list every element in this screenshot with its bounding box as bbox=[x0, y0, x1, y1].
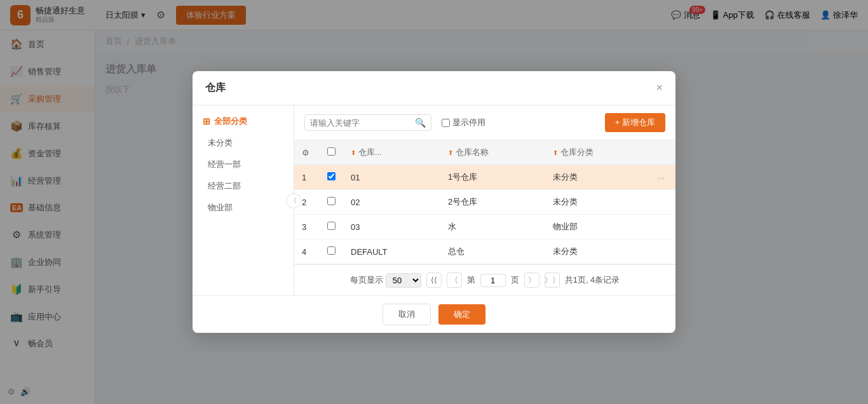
row-more[interactable] bbox=[650, 190, 675, 215]
collapse-panel-button[interactable]: 《 bbox=[286, 193, 301, 208]
modal-title: 仓库 bbox=[205, 81, 226, 95]
select-all-checkbox[interactable] bbox=[327, 147, 336, 156]
table-row[interactable]: 1 01 1号仓库 未分类 ··· bbox=[294, 165, 675, 190]
row-checkbox[interactable] bbox=[320, 190, 343, 215]
next-page-button[interactable]: 〉 bbox=[524, 273, 539, 288]
add-warehouse-button[interactable]: + 新增仓库 bbox=[605, 113, 665, 132]
th-category: ⬆ 仓库分类 bbox=[545, 140, 650, 165]
table-header: ⚙ ⬆ 仓库... bbox=[294, 140, 675, 165]
row-index: 4 bbox=[294, 239, 320, 264]
page-number-input[interactable] bbox=[480, 274, 506, 287]
row-name: 2号仓库 bbox=[440, 190, 545, 215]
category-all-header[interactable]: ⊞ 全部分类 bbox=[193, 111, 294, 132]
per-page-wrap: 每页显示 50 10 20 100 bbox=[350, 273, 421, 288]
th-name: ⬆ 仓库名称 bbox=[440, 140, 545, 165]
search-wrap: 🔍 bbox=[304, 114, 431, 131]
th-name-sort-icon: ⬆ bbox=[448, 149, 453, 156]
row-more[interactable] bbox=[650, 239, 675, 264]
cancel-button[interactable]: 取消 bbox=[383, 304, 431, 325]
row-checkbox[interactable] bbox=[320, 239, 343, 264]
category-item-unclassified[interactable]: 未分类 bbox=[193, 132, 294, 154]
show-disabled-label[interactable]: 显示停用 bbox=[442, 117, 485, 128]
row-category: 未分类 bbox=[545, 239, 650, 264]
page-label: 第 bbox=[467, 274, 475, 286]
search-input[interactable] bbox=[310, 118, 412, 128]
th-actions bbox=[650, 140, 675, 165]
th-checkbox bbox=[320, 140, 343, 165]
total-records: 共1页, 4条记录 bbox=[565, 274, 620, 286]
confirm-button[interactable]: 确定 bbox=[438, 304, 485, 325]
row-name: 水 bbox=[440, 215, 545, 239]
row-category: 物业部 bbox=[545, 215, 650, 239]
table-row[interactable]: 2 02 2号仓库 未分类 bbox=[294, 190, 675, 215]
prev-page-button[interactable]: 〈 bbox=[447, 273, 462, 288]
row-more[interactable]: ··· bbox=[650, 165, 675, 190]
modal-footer: 取消 确定 bbox=[193, 295, 675, 333]
per-page-select[interactable]: 50 10 20 100 bbox=[386, 273, 421, 288]
row-name: 1号仓库 bbox=[440, 165, 545, 190]
category-panel: ⊞ 全部分类 未分类 经营一部 经营二部 物业部 《 bbox=[193, 105, 294, 295]
row-code: 02 bbox=[343, 190, 440, 215]
grid-icon: ⊞ bbox=[203, 116, 210, 126]
row-name: 总仓 bbox=[440, 239, 545, 264]
category-item-property[interactable]: 物业部 bbox=[193, 197, 294, 219]
modal-close-button[interactable]: × bbox=[656, 81, 663, 95]
table-row[interactable]: 3 03 水 物业部 bbox=[294, 215, 675, 239]
right-toolbar: 🔍 显示停用 + 新增仓库 bbox=[294, 105, 675, 140]
th-settings: ⚙ bbox=[294, 140, 320, 165]
category-all-label: 全部分类 bbox=[214, 116, 247, 127]
modal-overlay: 仓库 × ⊞ 全部分类 未分类 经营一部 经营二部 bbox=[0, 0, 868, 404]
warehouse-table-body: 1 01 1号仓库 未分类 ··· 2 02 2号仓库 未分类 3 03 水 物… bbox=[294, 165, 675, 264]
row-index: 1 bbox=[294, 165, 320, 190]
show-disabled-checkbox[interactable] bbox=[442, 119, 450, 127]
settings-icon: ⚙ bbox=[302, 148, 309, 158]
row-category: 未分类 bbox=[545, 165, 650, 190]
table-row[interactable]: 4 DEFAULT 总仓 未分类 bbox=[294, 239, 675, 264]
row-checkbox[interactable] bbox=[320, 215, 343, 239]
category-item-ops1[interactable]: 经营一部 bbox=[193, 154, 294, 175]
show-disabled-text: 显示停用 bbox=[452, 117, 485, 128]
row-more[interactable] bbox=[650, 215, 675, 239]
page-suffix: 页 bbox=[511, 274, 519, 286]
modal-header: 仓库 × bbox=[193, 71, 675, 105]
warehouse-table-wrap: ⚙ ⬆ 仓库... bbox=[294, 140, 675, 264]
first-page-button[interactable]: ⟨⟨ bbox=[426, 273, 442, 288]
th-code: ⬆ 仓库... bbox=[343, 140, 440, 165]
per-page-label: 每页显示 bbox=[350, 274, 383, 286]
search-icon: 🔍 bbox=[415, 118, 426, 128]
category-item-ops2[interactable]: 经营二部 bbox=[193, 175, 294, 197]
row-index: 3 bbox=[294, 215, 320, 239]
th-sort-icon: ⬆ bbox=[351, 149, 356, 156]
pagination: 每页显示 50 10 20 100 ⟨⟨ 〈 第 页 〉 〉〉 bbox=[294, 264, 675, 295]
row-code: DEFAULT bbox=[343, 239, 440, 264]
th-cat-sort-icon: ⬆ bbox=[553, 149, 558, 156]
row-category: 未分类 bbox=[545, 190, 650, 215]
warehouse-right-panel: 🔍 显示停用 + 新增仓库 ⚙ bbox=[294, 105, 675, 295]
warehouse-table: ⚙ ⬆ 仓库... bbox=[294, 140, 675, 264]
modal-body: ⊞ 全部分类 未分类 经营一部 经营二部 物业部 《 bbox=[193, 105, 675, 295]
row-code: 03 bbox=[343, 215, 440, 239]
row-checkbox[interactable] bbox=[320, 165, 343, 190]
warehouse-modal: 仓库 × ⊞ 全部分类 未分类 经营一部 经营二部 bbox=[193, 71, 675, 333]
last-page-button[interactable]: 〉〉 bbox=[545, 273, 560, 288]
row-code: 01 bbox=[343, 165, 440, 190]
